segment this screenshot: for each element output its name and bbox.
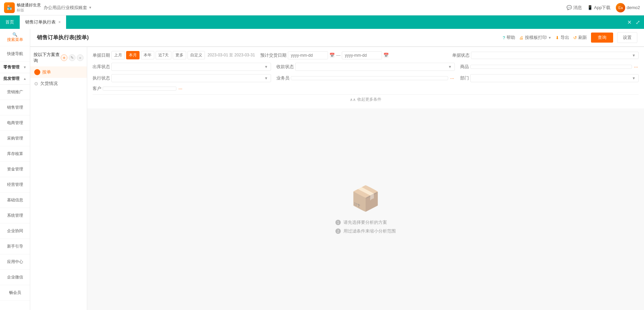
filter-row-4: 客户 ··· <box>93 86 639 92</box>
goods-group: 商品 ··· <box>460 64 639 70</box>
date-current-year-button[interactable]: 本年 <box>141 51 154 59</box>
sidebar-item-search[interactable]: 🔍 搜索菜单 <box>0 29 30 46</box>
tab-home[interactable]: 首页 <box>0 15 20 29</box>
tip1-num: 1 <box>335 220 341 225</box>
add-icon: + <box>63 55 65 60</box>
wholesale-arrow-icon: ▲ <box>23 77 26 81</box>
payment-arrow-icon: ▼ <box>448 65 452 69</box>
sidebar-item-purchase[interactable]: 采购管理 <box>0 131 30 146</box>
sidebar-item-collab[interactable]: 企业协同 <box>0 223 30 239</box>
sidebar-item-wholesale[interactable]: 批发管理 ▲ <box>0 73 30 85</box>
purchase-label: 采购管理 <box>7 136 23 141</box>
date-custom-button[interactable]: 自定义 <box>187 51 205 59</box>
help-label: 帮助 <box>506 35 515 41</box>
expected-date-end-input[interactable] <box>342 51 382 59</box>
customer-label: 客户 <box>93 86 101 92</box>
tip2-num: 2 <box>335 228 341 234</box>
out-status-arrow-icon: ▼ <box>264 65 268 69</box>
filter-fields: 单据日期 上月 本月 本年 近7天 更多 自定义 2023-03-01 至 20… <box>87 47 644 108</box>
message-button[interactable]: 💬 消息 <box>567 5 582 11</box>
collapse-label: 收起更多条件 <box>357 97 381 102</box>
salesperson-input[interactable] <box>291 76 448 80</box>
payment-status-select[interactable]: ▼ <box>295 63 455 71</box>
filter-scheme-item-goods[interactable]: ⊙ 欠货情况 <box>30 78 87 89</box>
logo-line1: 畅捷通好生意 <box>17 3 41 8</box>
tab-active[interactable]: 销售订单执行表 × <box>20 15 66 29</box>
sidebar-item-marketing[interactable]: 营销推广 <box>0 85 30 100</box>
window-close-icon[interactable]: ✕ <box>626 18 633 27</box>
user-menu[interactable]: Ea demo2 <box>616 3 640 12</box>
window-max-icon[interactable]: ⤢ <box>634 18 641 27</box>
edit-icon: ✎ <box>70 55 74 60</box>
out-status-select[interactable]: ▼ <box>111 63 271 71</box>
top-bar: 🏪 畅捷通好生意 标版 办公用品行业模拟账套 ▼ 💬 消息 📱 App下载 Ea… <box>0 0 644 15</box>
sidebar-item-finance[interactable]: 资金管理 <box>0 162 30 177</box>
date-more-button[interactable]: 更多 <box>173 51 186 59</box>
sidebar-item-basic[interactable]: 基础信息 <box>0 193 30 208</box>
goods-input[interactable] <box>470 65 632 69</box>
sidebar-item-member[interactable]: 畅会员 <box>0 285 30 301</box>
sidebar-item-wechat[interactable]: 企业微信 <box>0 270 30 285</box>
sidebar-item-quicknav[interactable]: 快捷导航 <box>0 46 30 62</box>
app-download-button[interactable]: 📱 App下载 <box>587 5 610 11</box>
query-button[interactable]: 查询 <box>591 33 613 43</box>
status-select[interactable]: ▼ <box>471 52 639 59</box>
content-area: 销售订单执行表(按单) ? 帮助 🖨 按模板打印 ▼ ⬇ 导出 <box>30 29 644 310</box>
sidebar-item-sales[interactable]: 销售管理 <box>0 100 30 115</box>
sidebar-item-newbie[interactable]: 新手引导 <box>0 239 30 254</box>
expected-date-start-input[interactable] <box>288 51 328 59</box>
filter-date-group: 单据日期 上月 本月 本年 近7天 更多 自定义 2023-03-01 至 20… <box>93 51 255 59</box>
goods-label: 商品 <box>460 64 469 70</box>
date-range-display: 2023-03-01 至 2023-03-31 <box>208 52 255 58</box>
finance-label: 资金管理 <box>7 166 23 172</box>
sidebar-item-inventory[interactable]: 库存核算 <box>0 146 30 162</box>
filter-expected-date-group: 预计交货日期 📅 — 📅 <box>260 51 447 59</box>
goods-dots-icon[interactable]: ··· <box>633 64 639 69</box>
cal-end-icon[interactable]: 📅 <box>383 53 389 58</box>
avatar: Ea <box>616 3 625 12</box>
customer-dots-icon[interactable]: ··· <box>178 86 183 91</box>
basic-label: 基础信息 <box>7 197 23 203</box>
filter-sidebar-header: 按以下方案查询 + ✎ « <box>30 50 87 66</box>
sidebar-item-retail[interactable]: 零售管理 ▼ <box>0 62 30 73</box>
sidebar-item-system[interactable]: 系统管理 <box>0 208 30 223</box>
cal-start-icon[interactable]: 📅 <box>329 53 335 58</box>
help-button[interactable]: ? 帮助 <box>503 35 515 41</box>
username-label: demo2 <box>627 5 640 10</box>
sidebar-item-ecommerce[interactable]: 电商管理 <box>0 115 30 131</box>
tab-bar-right: ✕ ⤢ <box>626 18 644 27</box>
customer-group: 客户 ··· <box>93 86 183 92</box>
print-button[interactable]: 🖨 按模板打印 ▼ <box>519 35 551 41</box>
date-7days-button[interactable]: 近7天 <box>156 51 171 59</box>
exec-status-select[interactable]: ▼ <box>111 74 271 82</box>
sidebar-item-apps[interactable]: 应用中心 <box>0 254 30 270</box>
settings-button[interactable]: 设置 <box>617 32 637 43</box>
date-current-month-button[interactable]: 本月 <box>126 51 140 59</box>
tip2-text: 用过滤条件来缩小分析范围 <box>343 228 396 234</box>
date-prev-month-button[interactable]: 上月 <box>111 51 125 59</box>
filter-collapse-button[interactable]: « <box>77 54 84 61</box>
app-icon: 📱 <box>587 5 593 10</box>
refresh-button[interactable]: ↺ 刷新 <box>573 35 587 41</box>
tab-close-icon[interactable]: × <box>58 20 61 24</box>
filter-sidebar-title: 按以下方案查询 <box>34 52 61 64</box>
filter-edit-button[interactable]: ✎ <box>69 54 75 61</box>
salesperson-dots-icon[interactable]: ··· <box>449 75 455 81</box>
dept-select[interactable]: ▼ <box>470 74 639 82</box>
filter-add-button[interactable]: + <box>61 54 67 61</box>
export-label: 导出 <box>560 35 569 41</box>
salesperson-label: 业务员 <box>276 75 289 81</box>
member-label: 畅会员 <box>9 290 21 296</box>
wechat-label: 企业微信 <box>7 274 23 280</box>
page-header-actions: ? 帮助 🖨 按模板打印 ▼ ⬇ 导出 ↺ 刷新 <box>503 32 637 43</box>
sidebar-item-operations[interactable]: 经营管理 <box>0 177 30 193</box>
empty-state: 📦 1 请先选择要分析的方案 2 用过滤条件来缩小分析范围 <box>87 108 644 310</box>
breadcrumb-arrow-icon: ▼ <box>89 6 92 9</box>
export-button[interactable]: ⬇ 导出 <box>555 35 569 41</box>
customer-input[interactable] <box>103 87 176 91</box>
filter-scheme-item-dan[interactable]: 按单 <box>30 66 87 78</box>
dept-arrow-icon: ▼ <box>632 76 636 80</box>
breadcrumb[interactable]: 办公用品行业模拟账套 ▼ <box>44 5 92 11</box>
collapse-bar[interactable]: ∧∧ 收起更多条件 <box>93 94 639 104</box>
print-arrow-icon: ▼ <box>548 36 551 40</box>
